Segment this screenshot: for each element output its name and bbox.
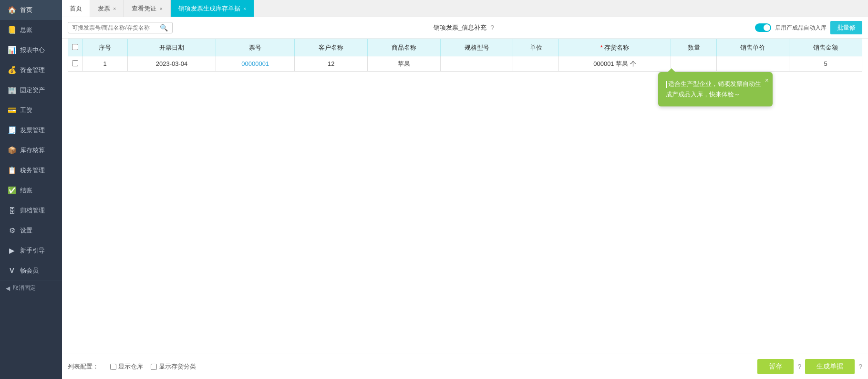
col-spec: 规格型号 (440, 39, 513, 56)
cell-unit (513, 56, 558, 72)
tab-invoice[interactable]: 发票 × (90, 0, 124, 17)
tab-invoice-close[interactable]: × (113, 6, 116, 11)
cell-quantity (671, 56, 716, 72)
tooltip-popup: 适合生产型企业，销项发票自动生成产成品入库，快来体验～ × (658, 72, 773, 106)
info-label: 销项发票_信息补充 (434, 23, 486, 32)
cell-date: 2023-03-04 (128, 56, 216, 72)
help-icon[interactable]: ? (490, 24, 494, 32)
tooltip-cursor (666, 81, 667, 88)
auto-warehouse-toggle[interactable] (755, 23, 771, 32)
cell-customer: 12 (295, 56, 368, 72)
cell-seq: 1 (83, 56, 128, 72)
generate-help-icon[interactable]: ? (858, 363, 862, 370)
inventory-icon: 📦 (8, 146, 16, 155)
labor-icon: 💳 (8, 106, 16, 115)
cell-number[interactable]: 00000001 (216, 56, 295, 72)
action-buttons: 暂存 ? 生成单据 ? (757, 359, 862, 374)
assets-icon: 🏢 (8, 86, 16, 95)
page-content: 🔍 销项发票_信息补充 ? 启用产成品自动入库 批量修 (62, 17, 868, 379)
table-header-row: 序号 开票日期 票号 客户名称 商品名称 规格型号 单位 * 存货名称 数量 销… (68, 39, 862, 56)
cell-amount: 5 (789, 56, 862, 72)
search-input[interactable] (72, 24, 158, 31)
ledger-icon: 📒 (8, 26, 16, 34)
data-table: 序号 开票日期 票号 客户名称 商品名称 规格型号 单位 * 存货名称 数量 销… (68, 39, 862, 72)
tab-home[interactable]: 首页 (62, 0, 90, 17)
batch-button[interactable]: 批量修 (830, 21, 862, 34)
capital-icon: 💰 (8, 66, 16, 74)
col-unit: 单位 (513, 39, 558, 56)
sidebar-item-settings[interactable]: ⚙ 设置 (0, 221, 62, 241)
toolbar-center: 销项发票_信息补充 ? (177, 23, 750, 32)
archive-icon: 🗄 (8, 207, 16, 215)
settings-icon: ⚙ (8, 226, 16, 235)
home-icon: 🏠 (8, 6, 16, 14)
sidebar-item-labor[interactable]: 💳 工资 (0, 100, 62, 120)
search-box[interactable]: 🔍 (68, 22, 173, 33)
pin-bar[interactable]: ◀ 取消固定 (0, 281, 62, 295)
sidebar-item-tax[interactable]: 📋 税务管理 (0, 160, 62, 180)
reports-icon: 📊 (8, 46, 16, 54)
sidebar-item-guide[interactable]: ▶ 新手引导 (0, 241, 62, 261)
col-date: 开票日期 (128, 39, 216, 56)
tab-voucher-close[interactable]: × (159, 6, 162, 11)
tab-creditnote-close[interactable]: × (243, 6, 246, 11)
col-customer: 客户名称 (295, 39, 368, 56)
toolbar: 🔍 销项发票_信息补充 ? 启用产成品自动入库 批量修 (62, 17, 868, 39)
show-category-input[interactable] (151, 364, 157, 370)
tab-voucher[interactable]: 查看凭证 × (124, 0, 170, 17)
table-row: 1 2023-03-04 00000001 12 苹果 000001 苹果 个 … (68, 56, 862, 72)
tooltip-close-button[interactable]: × (765, 75, 769, 86)
tax-icon: 📋 (8, 166, 16, 175)
col-quantity: 数量 (671, 39, 716, 56)
sidebar-item-settlement[interactable]: ✅ 结账 (0, 180, 62, 200)
row-checkbox-cell (68, 56, 83, 72)
sidebar-item-capital[interactable]: 💰 资金管理 (0, 60, 62, 80)
col-product: 商品名称 (368, 39, 441, 56)
tab-bar: 首页 发票 × 查看凭证 × 销项发票生成库存单据 × (62, 0, 868, 17)
save-help-icon[interactable]: ? (797, 363, 801, 370)
sidebar-item-assets[interactable]: 🏢 固定资产 (0, 80, 62, 100)
search-icon: 🔍 (160, 24, 168, 32)
sidebar-item-reports[interactable]: 📊 报表中心 (0, 40, 62, 60)
show-category-checkbox[interactable]: 显示存货分类 (151, 362, 196, 371)
sidebar-item-vip[interactable]: V 畅会员 (0, 261, 62, 281)
invoice-icon: 🧾 (8, 126, 16, 135)
cell-spec (440, 56, 513, 72)
show-warehouse-checkbox[interactable]: 显示仓库 (110, 362, 143, 371)
list-config-label: 列表配置： (68, 362, 99, 371)
col-amount: 销售金额 (789, 39, 862, 56)
show-warehouse-input[interactable] (110, 364, 116, 370)
sidebar: 🏠 首页 📒 总账 📊 报表中心 💰 资金管理 🏢 固定资产 💳 工资 🧾 发票… (0, 0, 62, 379)
select-all-checkbox[interactable] (72, 44, 78, 50)
cell-price (716, 56, 789, 72)
sidebar-item-ledger[interactable]: 📒 总账 (0, 20, 62, 40)
save-button[interactable]: 暂存 (757, 359, 794, 374)
settlement-icon: ✅ (8, 186, 16, 195)
sidebar-item-archive[interactable]: 🗄 归档管理 (0, 200, 62, 221)
row-checkbox[interactable] (72, 60, 78, 66)
generate-button[interactable]: 生成单据 (805, 359, 855, 374)
cell-product: 苹果 (368, 56, 441, 72)
bottom-bar: 列表配置： 显示仓库 显示存货分类 暂存 ? 生成单据 ? (62, 354, 868, 379)
cell-inventory: 000001 苹果 个 (558, 56, 671, 72)
col-seq: 序号 (83, 39, 128, 56)
col-inventory: * 存货名称 (558, 39, 671, 56)
col-number: 票号 (216, 39, 295, 56)
vip-icon: V (8, 267, 16, 274)
guide-icon: ▶ (8, 246, 16, 255)
toggle-label: 启用产成品自动入库 (775, 24, 827, 32)
invoice-number-link[interactable]: 00000001 (241, 60, 269, 67)
sidebar-item-invoice[interactable]: 🧾 发票管理 (0, 120, 62, 140)
main-content: 首页 发票 × 查看凭证 × 销项发票生成库存单据 × 🔍 销项发票_信息补充 … (62, 0, 868, 379)
col-checkbox (68, 39, 83, 56)
pin-icon: ◀ (6, 285, 10, 292)
sidebar-item-inventory[interactable]: 📦 库存核算 (0, 140, 62, 160)
sidebar-item-home[interactable]: 🏠 首页 (0, 0, 62, 20)
tab-creditnote[interactable]: 销项发票生成库存单据 × (171, 0, 254, 17)
toolbar-right: 启用产成品自动入库 批量修 (755, 21, 862, 34)
col-price: 销售单价 (716, 39, 789, 56)
